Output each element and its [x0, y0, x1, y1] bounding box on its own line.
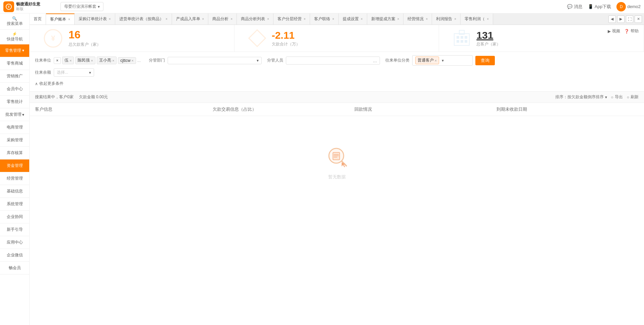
sidebar-item-wholesale-mgmt[interactable]: 批发管理▾ — [0, 108, 29, 121]
svg-rect-7 — [461, 36, 463, 39]
tab-new-promo[interactable]: 新增提成方案 × — [367, 13, 404, 25]
unit-type-tag-close[interactable]: × — [435, 59, 437, 63]
tab-close-customer-contact[interactable]: × — [332, 17, 334, 21]
refresh-icon: ○ — [627, 95, 629, 100]
unit-filter-label: 往来单位 — [35, 58, 51, 63]
tab-close-all-btn[interactable]: ✕ — [635, 15, 642, 23]
tab-customer-contact[interactable]: 客户联络 × — [310, 13, 339, 25]
sort-chevron-icon: ▾ — [605, 95, 607, 100]
sidebar-item-retail-mall[interactable]: 零售商城 — [0, 57, 29, 70]
sort-select[interactable]: 排序：按欠款金额倒序排序 ▾ — [555, 94, 607, 100]
tab-close-product-in[interactable]: × — [202, 17, 204, 21]
sidebar-search[interactable]: 🔍 搜索菜单 — [0, 13, 29, 30]
unit-tags-more[interactable]: ... — [137, 58, 141, 63]
tab-promotion-settings[interactable]: 提成设置 × — [339, 13, 367, 25]
tab-customer-segment[interactable]: 客户分层经营 × — [273, 13, 310, 25]
person-select[interactable]: ... — [286, 57, 380, 65]
person-dots[interactable]: ... — [373, 58, 377, 63]
app-download-btn[interactable]: 📱 App下载 — [588, 4, 611, 10]
tab-retail-profit[interactable]: 零售利润（ × — [461, 13, 493, 25]
stat-icon-circle: ¥ — [43, 28, 63, 48]
sidebar-item-capital-mgmt[interactable]: 资金管理 — [0, 159, 29, 172]
message-icon: 💬 — [567, 4, 572, 9]
unit-tag-wu-close[interactable]: × — [70, 59, 72, 63]
user-profile[interactable]: D demo2 — [616, 2, 641, 11]
workspace-selector[interactable]: 母婴行业演示帐套 ▾ — [60, 2, 103, 11]
tab-close-customer-account[interactable]: × — [68, 17, 70, 21]
tab-operations[interactable]: 经营情况 × — [403, 13, 432, 25]
tab-close-new-promo[interactable]: × — [397, 17, 399, 21]
tab-profit-report[interactable]: 利润报告 × — [432, 13, 461, 25]
balance-filter-label: 往来余额 — [35, 70, 51, 75]
tab-scroll-right-btn[interactable]: ▶ — [617, 15, 625, 23]
result-bar-right: 排序：按欠款金额倒序排序 ▾ ○ 导出 ○ 刷新 — [555, 94, 639, 100]
sidebar-item-inventory[interactable]: 库存核算 — [0, 147, 29, 159]
tab-home[interactable]: 首页 — [30, 13, 46, 25]
tab-product-in[interactable]: 产成品入库单 × — [172, 13, 209, 25]
sidebar-item-app-center[interactable]: 应用中心 — [0, 236, 29, 249]
tab-close-operations[interactable]: × — [426, 17, 428, 21]
tab-close-customer-segment[interactable]: × — [304, 17, 306, 21]
empty-state: 暂无数据 — [30, 116, 644, 207]
tab-close-goods-analysis[interactable]: × — [230, 17, 232, 21]
query-btn[interactable]: 查询 — [475, 56, 495, 65]
export-btn[interactable]: ○ 导出 — [611, 94, 623, 100]
collapse-btn[interactable]: ∧ 收起更多条件 — [35, 81, 639, 86]
dept-select[interactable]: ▾ — [168, 57, 262, 64]
sidebar-item-operations-mgmt[interactable]: 经营管理 — [0, 172, 29, 185]
sidebar-item-retail-stats[interactable]: 零售统计 — [0, 96, 29, 108]
svg-rect-5 — [454, 34, 469, 45]
unit-tag-chen-close[interactable]: × — [91, 59, 93, 63]
tab-fullscreen-btn[interactable]: ⛶ — [626, 15, 633, 23]
unit-tags: × 伍 × 陈民强 × 王小亮 × — [54, 57, 141, 64]
sidebar-item-member-center[interactable]: 会员中心 — [0, 83, 29, 96]
sidebar-item-basic-info[interactable]: 基础信息 — [0, 185, 29, 198]
table-area: 客户信息 欠款交易信息（占比） 回款情况 到期未收款日期 — [30, 103, 644, 325]
search-result-text: 搜索结果中，客户0家 — [35, 94, 74, 100]
tab-close-goods-stats[interactable]: × — [166, 17, 168, 21]
svg-rect-11 — [465, 40, 467, 43]
tab-goods-analysis-list[interactable]: 商品分析列表 × — [237, 13, 273, 25]
mobile-icon: 📱 — [588, 4, 593, 9]
svg-rect-8 — [465, 36, 467, 39]
sidebar-item-retail-mgmt[interactable]: 零售管理 ▾ — [0, 44, 29, 57]
stat-debt-label: 欠款合计（万） — [272, 41, 300, 47]
logo-sub: 标版 — [16, 6, 40, 11]
filter-row-2: 往来余额 选择... ▾ — [35, 68, 639, 77]
balance-select[interactable]: 选择... ▾ — [54, 68, 94, 77]
sidebar-quick-nav[interactable]: ⚡ 快捷导航 — [0, 30, 29, 44]
sidebar-item-new-guide[interactable]: 新手引导 — [0, 223, 29, 236]
filter-row-1: 往来单位 × 伍 × 陈民强 × — [35, 55, 639, 66]
tab-customer-account[interactable]: 客户账本 × — [46, 13, 75, 25]
sidebar-item-ecommerce[interactable]: 电商管理 — [0, 121, 29, 134]
tab-scroll-left-btn[interactable]: ◀ — [608, 15, 616, 23]
refresh-btn[interactable]: ○ 刷新 — [627, 94, 639, 100]
sidebar-item-marketing[interactable]: 营销推广 — [0, 70, 29, 83]
unit-tag-wu: 伍 × — [62, 57, 74, 64]
tab-goods-stats[interactable]: 进货单统计表（按商品） × — [115, 13, 172, 25]
col-header-repay: 回款情况 — [354, 106, 497, 112]
unit-type-select[interactable]: 普通客户 × ▾ — [412, 55, 473, 66]
unit-tag-cjttcw-close[interactable]: × — [131, 59, 133, 63]
sidebar-item-enterprise-wechat[interactable]: 企业微信 — [0, 249, 29, 262]
content-area: 首页 客户账本 × 采购订单统计表 × 进货单统计表（按商品） × 产成品入库单… — [30, 13, 644, 325]
tab-close-purchase-order[interactable]: × — [109, 17, 111, 21]
tab-close-promotion-settings[interactable]: × — [361, 17, 363, 21]
tab-goods-analysis[interactable]: 商品分析 × — [208, 13, 237, 25]
stat-icon-building — [453, 29, 471, 48]
sidebar-item-system-mgmt[interactable]: 系统管理 — [0, 198, 29, 211]
message-btn[interactable]: 💬 消息 — [567, 4, 583, 10]
col-header-debt: 欠款交易信息（占比） — [213, 106, 355, 112]
tab-close-retail-profit[interactable]: × — [487, 17, 489, 21]
tab-bar-actions: ◀ ▶ ⛶ ✕ — [606, 15, 644, 23]
chevron-up-icon: ∧ — [35, 81, 38, 86]
sidebar-item-enterprise-collab[interactable]: 企业协同 — [0, 211, 29, 223]
help-btn[interactable]: ❓ 帮助 — [624, 28, 639, 34]
sidebar-item-member-vip[interactable]: 畅会员 — [0, 262, 29, 275]
tab-close-profit-report[interactable]: × — [454, 17, 456, 21]
video-btn[interactable]: ▶ 视频 — [608, 28, 620, 34]
sidebar-item-purchase-mgmt[interactable]: 采购管理 — [0, 134, 29, 147]
tab-close-goods-analysis-list[interactable]: × — [267, 17, 269, 21]
unit-tag-wang-close[interactable]: × — [112, 59, 114, 63]
tab-purchase-order[interactable]: 采购订单统计表 × — [75, 13, 115, 25]
